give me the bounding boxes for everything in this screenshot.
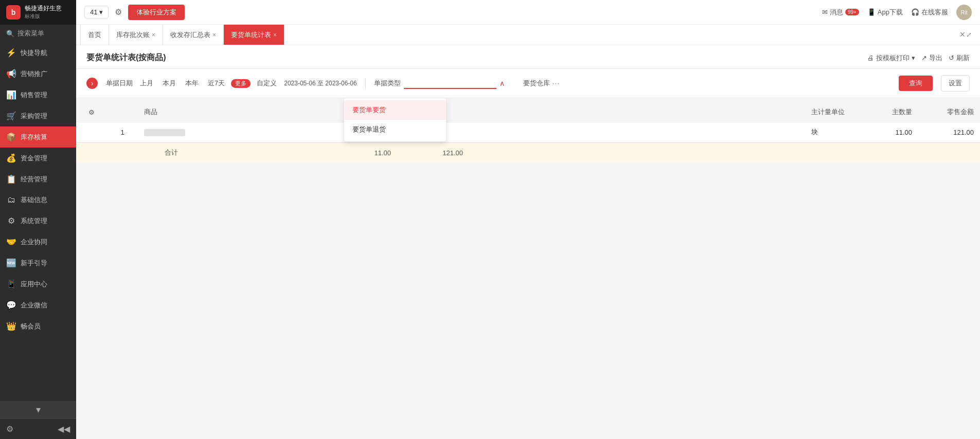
logo-sub: 标准版: [25, 13, 62, 20]
service-label: 在线客服: [921, 8, 948, 17]
th-num: [107, 102, 138, 122]
export-label: 导出: [929, 53, 942, 63]
footer-qty: 11.00: [329, 149, 391, 157]
date-btn-more[interactable]: 更多: [231, 79, 251, 88]
sidebar-scroll-down[interactable]: ▾: [0, 401, 76, 418]
app-download-btn[interactable]: 📱 App下载: [867, 8, 903, 17]
sidebar-item-label: 营销推广: [21, 69, 47, 79]
basic-icon: 🗂: [6, 195, 16, 205]
sidebar-collapse-icon[interactable]: ◀◀: [58, 424, 70, 434]
sidebar-search[interactable]: 🔍 搜索菜单: [0, 25, 76, 42]
collab-icon: 🤝: [6, 237, 16, 247]
dropdown-item-return[interactable]: 要货单退货: [344, 120, 446, 139]
sidebar-item-finance[interactable]: 💰 资金管理: [0, 148, 76, 169]
sidebar-item-basic[interactable]: 🗂 基础信息: [0, 190, 76, 210]
type-filter-input[interactable]: [404, 78, 496, 89]
sidebar-nav: ⚡ 快捷导航 📢 营销推广 📊 销售管理 🛒 采购管理 📦 库存核算 💰 资金管…: [0, 42, 76, 401]
row-qty-cell: 11.00: [857, 122, 918, 142]
tab-batch-close[interactable]: ×: [152, 31, 155, 39]
company-selector[interactable]: 41 ▾: [84, 6, 109, 19]
filter-bar: › 单据日期 上月 本月 本年 近7天 更多 自定义 2023-05-06 至 …: [76, 69, 980, 98]
sidebar-item-operation[interactable]: 📋 经营管理: [0, 169, 76, 190]
date-btn-this-month[interactable]: 本月: [159, 78, 179, 89]
export-btn[interactable]: ↗ 导出: [921, 53, 942, 63]
refresh-btn[interactable]: ↺ 刷新: [949, 53, 970, 63]
row-amount-cell: 121.00: [918, 122, 980, 142]
chevron-down-icon: ▾: [99, 8, 103, 16]
sidebar-item-system[interactable]: ⚙ 系统管理: [0, 210, 76, 231]
date-btn-last-month[interactable]: 上月: [137, 78, 156, 89]
footer-settings-icon[interactable]: ⚙: [6, 424, 13, 434]
sidebar-item-purchase[interactable]: 🛒 采购管理: [0, 105, 76, 126]
sidebar-item-label: 销售管理: [21, 90, 47, 100]
refresh-label: 刷新: [956, 53, 970, 63]
close-all-tabs[interactable]: × ⤢: [955, 29, 976, 40]
settings-gear-icon[interactable]: ⚙: [115, 7, 122, 17]
filter-expand-btn[interactable]: ›: [86, 78, 98, 89]
user-avatar[interactable]: Rit: [956, 5, 972, 20]
table-row: 1 块 11.00 121.00: [76, 122, 980, 142]
tab-home[interactable]: 首页: [80, 25, 109, 45]
date-btn-custom[interactable]: 自定义: [254, 78, 280, 89]
th-amount: 零售金额: [918, 102, 980, 122]
sidebar-item-guide[interactable]: 🆕 新手引导: [0, 252, 76, 273]
sidebar-item-quick-nav[interactable]: ⚡ 快捷导航: [0, 42, 76, 63]
printer-icon: 🖨: [867, 54, 874, 62]
query-btn[interactable]: 查询: [899, 76, 933, 91]
marketing-icon: 📢: [6, 69, 16, 79]
msg-btn[interactable]: ✉ 消息 99+: [822, 8, 859, 17]
sidebar-logo: b 畅捷通好生意 标准版: [0, 0, 76, 25]
sidebar-item-label: 应用中心: [21, 280, 47, 289]
filter-settings-btn[interactable]: 设置: [941, 75, 970, 92]
tab-summary-close[interactable]: ×: [212, 31, 216, 39]
th-qty: 主数量: [857, 102, 918, 122]
sidebar-item-label: 系统管理: [21, 216, 47, 226]
sales-icon: 📊: [6, 90, 16, 100]
member-icon: 👑: [6, 321, 16, 331]
logo-title: 畅捷通好生意: [25, 5, 62, 13]
dropdown-item-order[interactable]: 要货单要货: [344, 100, 446, 120]
goods-name-placeholder: [144, 129, 185, 136]
sidebar-item-member[interactable]: 👑 畅会员: [0, 316, 76, 337]
date-filter-options: 上月 本月 本年 近7天 更多 自定义: [137, 78, 280, 89]
tab-batch[interactable]: 库存批次账 ×: [109, 25, 163, 45]
row-num-cell: 1: [107, 122, 138, 142]
trial-btn[interactable]: 体验行业方案: [128, 5, 185, 20]
sidebar-item-collab[interactable]: 🤝 企业协同: [0, 231, 76, 252]
date-btn-this-year[interactable]: 本年: [182, 78, 202, 89]
msg-label: 消息: [830, 8, 843, 17]
tab-order-stats[interactable]: 要货单统计表 ×: [224, 25, 284, 45]
type-filter-group: 单据类型 ∧: [374, 78, 505, 89]
phone-icon: 📱: [867, 8, 876, 16]
purchase-icon: 🛒: [6, 111, 16, 121]
date-btn-7days[interactable]: 近7天: [205, 78, 228, 89]
data-table-container: ⚙ 商品 主计量单位 主数量 零售金额 1: [76, 102, 980, 142]
filter-divider-1: [365, 78, 366, 88]
tab-bar: 首页 库存批次账 × 收发存汇总表 × 要货单统计表 × × ⤢: [76, 25, 980, 45]
tab-home-label: 首页: [88, 30, 101, 40]
sidebar-item-wechat[interactable]: 💬 企业微信: [0, 295, 76, 316]
sidebar-item-marketing[interactable]: 📢 营销推广: [0, 63, 76, 84]
print-btn[interactable]: 🖨 按模板打印 ▾: [867, 53, 915, 63]
table-footer: 合计 11.00 121.00: [76, 142, 980, 162]
type-filter-label: 单据类型: [374, 79, 401, 88]
sidebar-item-label: 畅会员: [21, 322, 41, 331]
sidebar-item-apps[interactable]: 📱 应用中心: [0, 273, 76, 295]
export-icon: ↗: [921, 54, 927, 62]
service-btn[interactable]: 🎧 在线客服: [911, 8, 948, 17]
sidebar-item-label: 企业微信: [21, 301, 47, 310]
sidebar-item-sales[interactable]: 📊 销售管理: [0, 84, 76, 105]
tab-summary[interactable]: 收发存汇总表 ×: [163, 25, 224, 45]
topbar: 41 ▾ ⚙ 体验行业方案 ✉ 消息 99+ 📱 App下载 🎧 在线客服 Ri…: [76, 0, 980, 25]
print-label: 按模板打印: [876, 53, 910, 63]
guide-icon: 🆕: [6, 258, 16, 268]
column-settings-icon[interactable]: ⚙: [88, 108, 95, 116]
sidebar-item-inventory[interactable]: 📦 库存核算: [0, 126, 76, 148]
footer-amount: 121.00: [401, 149, 463, 157]
close-all-icon: ×: [959, 29, 965, 40]
refresh-icon: ↺: [949, 54, 954, 62]
tab-order-stats-close[interactable]: ×: [273, 31, 277, 39]
th-settings[interactable]: ⚙: [76, 102, 107, 122]
type-dropdown-chevron-up-icon[interactable]: ∧: [500, 79, 505, 87]
warehouse-more-icon[interactable]: ···: [552, 78, 560, 89]
